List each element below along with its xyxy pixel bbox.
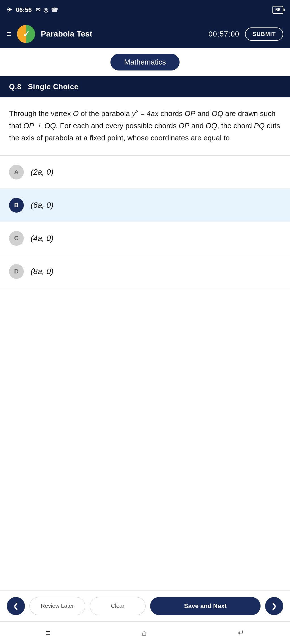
menu-icon[interactable]: ≡	[7, 30, 11, 38]
bottom-nav: ❮ Review Later Clear Save and Next ❯	[0, 590, 290, 621]
options-container: A (2a, 0) B (6a, 0) C (4a, 0) D (8a, 0)	[0, 156, 290, 439]
app-title: Parabola Test	[41, 29, 203, 38]
option-d-circle: D	[9, 264, 24, 279]
save-next-button[interactable]: Save and Next	[150, 597, 261, 615]
time-display: 06:56	[16, 6, 32, 14]
submit-button[interactable]: SUBMIT	[245, 27, 283, 41]
phone-icon: ☎	[51, 7, 58, 13]
status-time: ✈ 06:56 ✉ ◎ ☎	[7, 6, 58, 14]
option-a-text: (2a, 0)	[31, 168, 54, 177]
option-c[interactable]: C (4a, 0)	[0, 222, 290, 255]
airplane-icon: ✈	[7, 6, 12, 14]
app-header: ≡ ✓ Parabola Test 00:57:00 SUBMIT	[0, 20, 290, 48]
question-header: Q.8 Single Choice	[0, 76, 290, 97]
system-back-icon[interactable]: ↵	[238, 628, 244, 637]
question-type: Single Choice	[28, 82, 78, 91]
question-body: Through the vertex O of the parabola y2 …	[0, 97, 290, 156]
timer-display: 00:57:00	[208, 30, 239, 38]
battery-indicator: 66	[272, 6, 283, 14]
review-later-button[interactable]: Review Later	[29, 597, 85, 615]
content-spacer	[0, 439, 290, 590]
prev-button[interactable]: ❮	[7, 597, 25, 615]
option-b-text: (6a, 0)	[31, 201, 54, 210]
whatsapp-icon: ◎	[43, 7, 48, 13]
next-button[interactable]: ❯	[265, 597, 283, 615]
clear-button[interactable]: Clear	[90, 597, 146, 615]
status-icons: ✉ ◎ ☎	[36, 7, 58, 13]
option-a[interactable]: A (2a, 0)	[0, 156, 290, 189]
question-text: Through the vertex O of the parabola y2 …	[9, 108, 281, 144]
subject-container: Mathematics	[0, 48, 290, 76]
option-b-circle: B	[9, 198, 24, 213]
system-menu-icon[interactable]: ≡	[46, 628, 50, 637]
subject-tag: Mathematics	[110, 54, 179, 70]
option-c-circle: C	[9, 231, 24, 246]
option-a-circle: A	[9, 165, 24, 179]
option-b[interactable]: B (6a, 0)	[0, 189, 290, 222]
option-c-text: (4a, 0)	[31, 234, 54, 243]
system-nav-bar: ≡ ⌂ ↵	[0, 621, 290, 644]
option-d-text: (8a, 0)	[31, 267, 54, 276]
system-home-icon[interactable]: ⌂	[142, 628, 146, 637]
status-bar: ✈ 06:56 ✉ ◎ ☎ 66	[0, 0, 290, 20]
email-icon: ✉	[36, 7, 40, 13]
app-logo: ✓	[17, 25, 35, 43]
option-d[interactable]: D (8a, 0)	[0, 255, 290, 288]
question-number: Q.8	[9, 82, 21, 91]
